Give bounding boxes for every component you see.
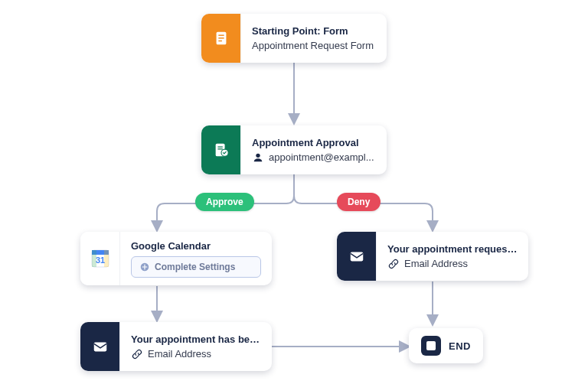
complete-settings-button[interactable]: Complete Settings — [131, 256, 261, 278]
node-subtitle: Email Address — [387, 258, 518, 270]
node-title: Your appointment request ha... — [387, 243, 518, 255]
plus-circle-icon — [139, 262, 150, 272]
mail-icon — [337, 232, 377, 281]
end-label: END — [449, 340, 471, 352]
flow-node-start[interactable]: Starting Point: Form Appointment Request… — [201, 14, 387, 63]
flow-node-end[interactable]: END — [409, 328, 483, 363]
link-icon — [387, 258, 400, 270]
node-title: Starting Point: Form — [252, 25, 376, 37]
google-calendar-icon: 31 — [80, 232, 120, 285]
svg-rect-3 — [218, 41, 222, 41]
flow-node-mail-approved[interactable]: Your appointment has been s... Email Add… — [80, 322, 272, 371]
stop-icon — [421, 336, 441, 356]
branch-badge-deny: Deny — [337, 193, 381, 211]
person-icon — [252, 151, 264, 164]
svg-rect-1 — [218, 34, 224, 35]
svg-text:31: 31 — [95, 255, 104, 265]
form-icon — [201, 14, 241, 63]
flow-node-calendar[interactable]: 31 Google Calendar Complete Settings — [80, 232, 272, 285]
svg-rect-15 — [350, 252, 363, 262]
node-title: Google Calendar — [131, 240, 261, 252]
svg-rect-6 — [217, 148, 222, 149]
link-icon — [131, 348, 143, 360]
node-subtitle: Appointment Request Form — [252, 40, 376, 51]
flow-node-approval[interactable]: Appointment Approval appointment@exampl.… — [201, 125, 387, 174]
node-subtitle: Email Address — [131, 348, 261, 360]
node-title: Appointment Approval — [252, 137, 376, 148]
flow-node-mail-denied[interactable]: Your appointment request ha... Email Add… — [337, 232, 528, 281]
approval-icon — [201, 125, 241, 174]
svg-rect-2 — [218, 37, 224, 38]
svg-point-8 — [256, 153, 260, 157]
branch-badge-approve: Approve — [195, 193, 254, 211]
node-subtitle: appointment@exampl... — [252, 151, 376, 164]
mail-icon — [80, 322, 120, 371]
svg-rect-16 — [93, 343, 106, 352]
node-title: Your appointment has been s... — [131, 334, 261, 345]
svg-rect-5 — [217, 146, 222, 147]
